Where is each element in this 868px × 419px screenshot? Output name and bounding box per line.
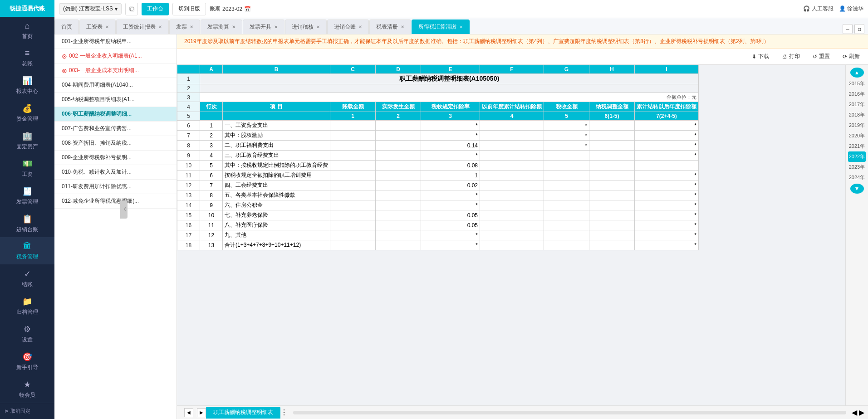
cell-C-2[interactable] <box>330 141 376 151</box>
tab-tax-clearance[interactable]: 税表清册✕ <box>369 19 411 34</box>
sheet-nav-next[interactable]: ▶ <box>197 408 206 417</box>
cell-F-2[interactable] <box>480 141 544 151</box>
form-item-002[interactable]: ⊗002-一般企业收入明细表(A1... <box>54 49 177 63</box>
cell-C-0[interactable] <box>330 121 376 131</box>
sheet-tab-active[interactable]: 职工薪酬纳税调整明细表 <box>206 407 280 419</box>
cell-C-11[interactable] <box>330 230 376 240</box>
spreadsheet[interactable]: ABCDEFGHI1 职工薪酬纳税调整明细表(A105050)2 3 金额单位：… <box>177 65 845 405</box>
form-item-005[interactable]: 005-纳税调整项目明细表(A1... <box>54 93 177 107</box>
sidebar-item-vip[interactable]: ★畅会员 <box>0 375 54 403</box>
sidebar-item-fixed-assets[interactable]: 🏢固定资产 <box>0 127 54 154</box>
tab-close-purchase-ledger[interactable]: ✕ <box>358 24 362 29</box>
cell-E-5[interactable]: 1 <box>421 171 480 180</box>
sheet-scroll-right[interactable]: ▶ <box>859 408 864 417</box>
cell-I-0[interactable]: * <box>635 121 699 131</box>
download-btn[interactable]: ⬇ 下载 <box>749 51 772 62</box>
period-selector[interactable]: 账期 2023-02 📅 <box>210 5 251 13</box>
cell-E-8[interactable]: * <box>421 200 480 210</box>
sidebar-item-invoice-mgmt[interactable]: 🧾发票管理 <box>0 182 54 210</box>
cell-G-7[interactable] <box>544 190 589 200</box>
tab-purchase-ledger[interactable]: 进销台账✕ <box>327 19 369 34</box>
cell-G-2[interactable]: * <box>544 141 589 151</box>
cancel-fixed-btn[interactable]: ⊳ 取消固定 <box>0 403 54 419</box>
cell-E-6[interactable]: 0.02 <box>421 180 480 190</box>
cell-F-6[interactable] <box>480 180 544 190</box>
year-item-2024[interactable]: 2024年 <box>848 172 866 183</box>
cell-H-7[interactable] <box>589 190 635 200</box>
cell-G-8[interactable] <box>544 200 589 210</box>
cell-D-7[interactable] <box>376 190 421 200</box>
cell-D-8[interactable] <box>376 200 421 210</box>
cell-E-12[interactable]: * <box>421 240 480 250</box>
reset-btn[interactable]: ↺ 重置 <box>810 51 833 62</box>
cell-D-2[interactable] <box>376 141 421 151</box>
cell-I-1[interactable]: * <box>635 131 699 141</box>
cell-D-11[interactable] <box>376 230 421 240</box>
tab-maximize-btn[interactable]: □ <box>854 24 864 34</box>
cell-I-7[interactable]: * <box>635 190 699 200</box>
cell-C-8[interactable] <box>330 200 376 210</box>
year-item-2022[interactable]: 2022年 <box>848 151 866 162</box>
cell-F-11[interactable] <box>480 230 544 240</box>
cell-D-6[interactable] <box>376 180 421 190</box>
cell-H-4[interactable] <box>589 161 635 171</box>
cell-E-2[interactable]: 0.14 <box>421 141 480 151</box>
form-item-003[interactable]: ⊗003-一般企业成本支出明细... <box>54 63 177 78</box>
tab-payroll-stat[interactable]: 工资统计报表✕ <box>116 19 169 34</box>
sheet-scroll-left[interactable]: ◀ <box>852 408 857 417</box>
copy-icon-btn[interactable]: ⧉ <box>125 3 138 15</box>
sheet-options-icon[interactable]: ⋮ <box>280 408 288 417</box>
sidebar-item-home[interactable]: ⌂首页 <box>0 17 54 44</box>
year-item-2018[interactable]: 2018年 <box>848 110 866 120</box>
cell-E-1[interactable]: * <box>421 131 480 141</box>
cell-I-9[interactable]: * <box>635 210 699 220</box>
cell-F-1[interactable] <box>480 131 544 141</box>
tab-home[interactable]: 首页 <box>54 19 79 34</box>
tab-close-payroll-stat[interactable]: ✕ <box>158 24 162 29</box>
cell-D-12[interactable] <box>376 240 421 250</box>
cell-F-0[interactable] <box>480 121 544 131</box>
cell-F-12[interactable] <box>480 240 544 250</box>
cell-E-9[interactable]: 0.05 <box>421 210 480 220</box>
sidebar-item-archive[interactable]: 📁归档管理 <box>0 292 54 320</box>
cell-H-6[interactable] <box>589 180 635 190</box>
cell-I-5[interactable]: * <box>635 171 699 180</box>
cell-H-5[interactable] <box>589 171 635 180</box>
form-item-007[interactable]: 007-广告费和业务宣传费暂... <box>54 122 177 136</box>
cell-F-3[interactable] <box>480 151 544 161</box>
cell-F-9[interactable] <box>480 210 544 220</box>
year-nav-down[interactable]: ▼ <box>850 184 864 194</box>
cell-G-4[interactable] <box>544 161 589 171</box>
cell-F-8[interactable] <box>480 200 544 210</box>
sidebar-item-tax-mgmt[interactable]: 🏛税务管理 <box>0 237 54 264</box>
cell-I-6[interactable]: * <box>635 180 699 190</box>
year-item-2015[interactable]: 2015年 <box>848 78 866 89</box>
tab-income-tax[interactable]: 所得税汇算清缴✕ <box>412 19 470 34</box>
tab-close-tax-clearance[interactable]: ✕ <box>401 24 404 29</box>
cell-H-11[interactable] <box>589 230 635 240</box>
cell-E-11[interactable]: * <box>421 230 480 240</box>
tab-purchase-verify[interactable]: 进销稽核✕ <box>285 19 327 34</box>
cell-E-4[interactable]: 0.08 <box>421 161 480 171</box>
collapse-panel-btn[interactable]: 《 <box>120 200 128 219</box>
cell-F-10[interactable] <box>480 220 544 230</box>
cell-H-10[interactable] <box>589 220 635 230</box>
cell-G-11[interactable] <box>544 230 589 240</box>
cell-C-6[interactable] <box>330 180 376 190</box>
cell-C-7[interactable] <box>330 190 376 200</box>
cell-F-5[interactable] <box>480 171 544 180</box>
company-selector[interactable]: (勿删) 江西税宝-LSS ▾ <box>59 3 122 15</box>
cell-D-4[interactable] <box>376 161 421 171</box>
cell-G-6[interactable] <box>544 180 589 190</box>
cell-I-11[interactable]: * <box>635 230 699 240</box>
cell-E-10[interactable]: 0.05 <box>421 220 480 230</box>
cell-C-12[interactable] <box>330 240 376 250</box>
workspace-btn[interactable]: 工作台 <box>142 3 169 15</box>
tab-invoice-calc[interactable]: 发票测算✕ <box>201 19 242 34</box>
cell-D-3[interactable] <box>376 151 421 161</box>
cell-E-3[interactable]: * <box>421 151 480 161</box>
year-nav-up[interactable]: ▲ <box>850 68 864 78</box>
cell-H-3[interactable] <box>589 151 635 161</box>
cell-I-8[interactable]: * <box>635 200 699 210</box>
cell-C-1[interactable] <box>330 131 376 141</box>
